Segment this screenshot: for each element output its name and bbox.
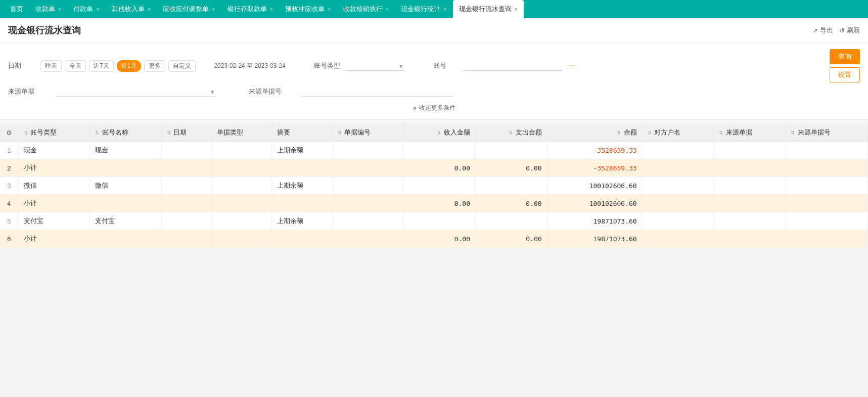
source-voucher-no-input[interactable] [302,86,453,97]
export-icon: ↗ [812,27,818,34]
close-icon[interactable]: × [58,6,61,12]
filter-area: 日期 昨天 今天 近7天 近1月 更多 自定义 2023-02-24 至 202… [0,43,868,120]
th-counterparty[interactable]: ⇅ 对方户名 [642,124,714,142]
nav-bank-deposit[interactable]: 银行存取款单 × [221,0,279,18]
th-income[interactable]: ⇅ 收入金额 [404,124,476,142]
account-no-input[interactable] [462,61,563,71]
sort-icon: ⇅ [648,130,652,136]
th-source-doc[interactable]: ⇅ 来源单据 [714,124,786,142]
table-cell: 上期余额 [272,177,332,195]
table-cell [785,177,867,195]
query-button[interactable]: 查询 [830,49,860,64]
export-button[interactable]: ↗ 导出 [812,26,833,35]
close-icon[interactable]: × [148,6,151,12]
table-cell [272,159,332,177]
nav-stats[interactable]: 现金银行统计 × [395,0,452,18]
close-icon[interactable]: × [96,6,99,12]
th-account-type-label: 账号类型 [30,128,57,136]
close-icon[interactable]: × [515,6,518,12]
nav-receipt-label: 收款单 [35,5,55,14]
close-icon[interactable]: × [328,6,331,12]
date-yesterday-btn[interactable]: 昨天 [40,60,62,72]
table-cell [642,195,714,212]
table-cell [161,142,211,159]
th-balance[interactable]: ⇅ 余额 [547,124,642,142]
table-cell [332,142,404,159]
table-cell [161,159,211,177]
date-today-btn[interactable]: 今天 [65,60,86,72]
close-icon[interactable]: × [212,6,215,12]
table-cell [404,177,476,195]
source-voucher-select[interactable] [55,86,216,97]
date-range-display: 2023-02-24 至 2023-03-24 [214,62,285,70]
sort-icon: ⇅ [719,130,723,136]
collapse-icon: ∧ [413,105,417,112]
table-row[interactable]: 5支付宝支付宝上期余额19871073.60 [0,212,868,230]
data-table: ⚙ ⇅ 账号类型 ⇅ 账号名称 ⇅ 日期 单据类型 摘要 [0,124,868,248]
table-settings-icon[interactable]: ⚙ [6,129,12,137]
sort-icon: ⇅ [338,130,342,136]
table-cell: 4 [0,195,18,212]
table-cell [90,195,162,212]
table-cell: 0.00 [476,195,547,212]
date-1month-btn[interactable]: 近1月 [117,60,142,72]
th-date[interactable]: ⇅ 日期 [161,124,211,142]
table-cell [785,212,867,230]
th-expense-label: 支出金额 [516,128,542,136]
th-date-label: 日期 [173,128,187,136]
th-account-name[interactable]: ⇅ 账号名称 [90,124,162,142]
date-filter-label: 日期 [8,61,32,70]
table-row[interactable]: 3微信微信上期余额100102606.60 [0,177,868,195]
date-7days-btn[interactable]: 近7天 [89,60,114,72]
nav-adjust[interactable]: 应收应付调整单 × [157,0,221,18]
nav-home-label: 首页 [10,5,23,14]
page-header: 现金银行流水查询 ↗ 导出 ↺ 刷新 [0,18,868,43]
account-type-select[interactable]: 现金 银行 微信 支付宝 [344,61,405,71]
table-row[interactable]: 1现金现金上期余额-3528659.33 [0,142,868,159]
table-cell: 3 [0,177,18,195]
source-voucher-label: 来源单据 [8,87,34,96]
table-cell [332,177,404,195]
nav-payment-label: 付款单 [73,5,93,14]
table-cell [642,177,714,195]
nav-other-income[interactable]: 其他收入单 × [106,0,157,18]
table-cell [161,177,211,195]
th-summary: 摘要 [272,124,332,142]
table-cell [90,230,162,248]
close-icon[interactable]: × [443,6,446,12]
th-doc-no[interactable]: ⇅ 单据编号 [332,124,404,142]
nav-cashflow[interactable]: 现金银行流水查询 × [453,0,524,18]
sort-icon: ⇅ [791,130,795,136]
collapse-bar[interactable]: ∧ 收起更多条件 [8,101,860,113]
nav-receipt[interactable]: 收款单 × [29,0,67,18]
account-no-more-btn[interactable]: ··· [567,61,577,70]
sort-icon: ⇅ [509,130,513,136]
close-icon[interactable]: × [386,6,389,12]
close-icon[interactable]: × [270,6,273,12]
date-custom-btn[interactable]: 自定义 [168,60,196,72]
settings-button[interactable]: 设置 [830,67,860,82]
table-cell: 0.00 [404,159,476,177]
sort-icon: ⇅ [167,130,171,136]
nav-prepay[interactable]: 预收冲应收单 × [279,0,337,18]
table-row[interactable]: 2小计0.000.00-3528659.33 [0,159,868,177]
th-expense[interactable]: ⇅ 支出金额 [476,124,547,142]
th-source-doc-no-label: 来源单据号 [798,128,831,136]
th-source-doc-no[interactable]: ⇅ 来源单据号 [785,124,867,142]
table-row[interactable]: 6小计0.000.0019871073.60 [0,230,868,248]
date-more-btn[interactable]: 更多 [144,60,165,72]
refresh-button[interactable]: ↺ 刷新 [839,26,860,35]
table-cell: 微信 [18,177,90,195]
nav-home[interactable]: 首页 [4,0,29,18]
table-cell: 现金 [18,142,90,159]
nav-verify[interactable]: 收款核销执行 × [337,0,395,18]
table-cell: 100102606.60 [547,177,642,195]
th-doc-no-label: 单据编号 [344,128,371,136]
th-account-type[interactable]: ⇅ 账号类型 [18,124,90,142]
table-cell: 现金 [90,142,162,159]
account-no-label: 账号 [433,61,458,70]
nav-payment[interactable]: 付款单 × [67,0,105,18]
source-voucher-no-label: 来源单据号 [249,87,282,96]
table-row[interactable]: 4小计0.000.00100102606.60 [0,195,868,212]
table-cell [642,212,714,230]
